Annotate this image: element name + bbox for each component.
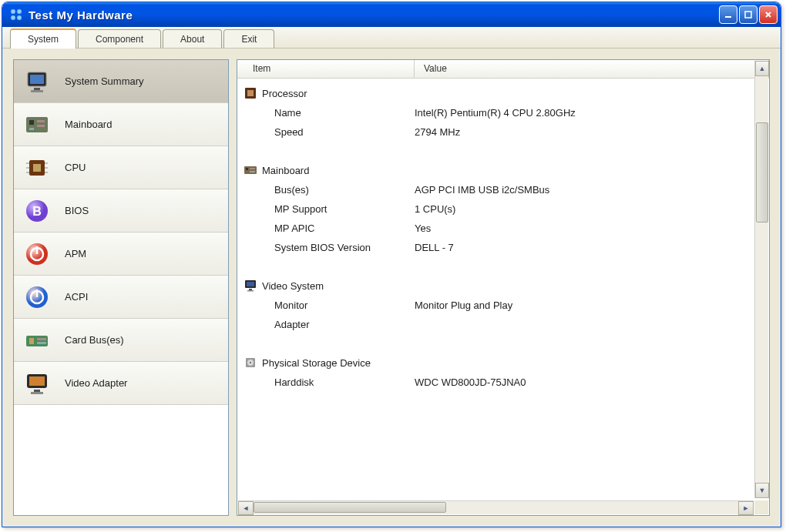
monitor-icon: [23, 68, 51, 95]
sidebar-system-summary[interactable]: System Summary: [14, 60, 228, 103]
svg-rect-16: [33, 164, 41, 172]
details-body[interactable]: ProcessorNameIntel(R) Pentium(R) 4 CPU 2…: [237, 79, 769, 515]
svg-rect-43: [250, 168, 255, 169]
section-title: Mainboard: [262, 165, 309, 176]
vertical-scrollbar[interactable]: ▲ ▼: [754, 61, 768, 498]
sidebar-mainboard[interactable]: Mainboard: [14, 103, 228, 146]
svg-rect-42: [246, 168, 248, 170]
detail-row[interactable]: NameIntel(R) Pentium(R) 4 CPU 2.80GHz: [237, 103, 754, 122]
section-header[interactable]: Video System: [237, 274, 754, 296]
tab-label: About: [180, 34, 204, 45]
sidebar-acpi[interactable]: ACPI: [14, 276, 228, 319]
tab-system[interactable]: System: [10, 28, 76, 49]
tab-component[interactable]: Component: [78, 29, 161, 48]
svg-rect-32: [29, 338, 34, 344]
tab-about[interactable]: About: [163, 29, 222, 48]
detail-value: WDC WD800JD-75JNA0: [415, 376, 754, 388]
section-header[interactable]: Processor: [237, 82, 754, 103]
maximize-button[interactable]: [739, 5, 757, 24]
svg-rect-8: [34, 88, 40, 90]
sidebar[interactable]: System SummaryMainboardCPUBBIOSAPMACPICa…: [13, 59, 229, 516]
card-icon: [23, 326, 51, 354]
svg-text:B: B: [32, 205, 42, 218]
detail-row[interactable]: MP APICYes: [237, 219, 754, 238]
detail-label: Harddisk: [237, 376, 415, 388]
minimize-button[interactable]: [719, 5, 737, 24]
scroll-up-button[interactable]: ▲: [755, 61, 769, 76]
svg-rect-33: [37, 338, 46, 340]
detail-label: Bus(es): [237, 184, 415, 196]
sidebar-item-label: CPU: [65, 162, 86, 173]
detail-row[interactable]: MonitorMonitor Plug and Play: [237, 296, 754, 315]
board-icon: [23, 111, 51, 139]
svg-rect-9: [31, 90, 43, 92]
scroll-thumb-horizontal[interactable]: [254, 502, 446, 513]
sidebar-item-label: BIOS: [65, 205, 89, 216]
svg-rect-47: [249, 289, 252, 290]
detail-row[interactable]: Adapter: [237, 315, 754, 334]
detail-value: Yes: [415, 223, 754, 234]
sidebar-bios[interactable]: BBIOS: [14, 189, 228, 233]
cpu-icon: [23, 154, 51, 182]
sidebar-video-adapter[interactable]: Video Adapter: [14, 362, 228, 405]
column-header-value[interactable]: Value: [415, 60, 769, 78]
section-title: Video System: [262, 280, 324, 292]
detail-row[interactable]: HarddiskWDC WD800JD-75JNA0: [237, 373, 754, 392]
svg-rect-12: [37, 120, 45, 122]
svg-rect-44: [250, 171, 255, 172]
detail-label: MP Support: [237, 203, 415, 215]
svg-rect-34: [37, 342, 46, 344]
hdd-icon: [244, 356, 257, 370]
detail-value: DELL - 7: [415, 242, 754, 253]
sidebar-apm[interactable]: APM: [14, 233, 228, 276]
sidebar-cpu[interactable]: CPU: [14, 146, 228, 189]
svg-rect-7: [30, 75, 44, 84]
svg-point-2: [11, 15, 15, 20]
svg-rect-46: [247, 282, 254, 286]
titlebar[interactable]: Test My Hardware: [2, 2, 781, 27]
detail-value: Intel(R) Pentium(R) 4 CPU 2.80GHz: [415, 107, 754, 119]
detail-row[interactable]: Bus(es)AGP PCI IMB USB i2c/SMBus: [237, 180, 754, 199]
scroll-left-button[interactable]: ◄: [238, 501, 254, 515]
sidebar-item-label: APM: [65, 248, 86, 259]
scroll-thumb-vertical[interactable]: [756, 122, 768, 223]
svg-point-3: [17, 15, 22, 20]
detail-row[interactable]: Speed2794 MHz: [237, 122, 754, 142]
sidebar-item-label: Mainboard: [65, 119, 112, 130]
detail-row[interactable]: MP Support1 CPU(s): [237, 199, 754, 219]
detail-label: Speed: [237, 126, 415, 138]
tab-label: Component: [96, 34, 143, 45]
section-header[interactable]: Physical Storage Device: [237, 351, 754, 373]
details-panel: Item Value ProcessorNameIntel(R) Pentium…: [237, 59, 770, 516]
svg-rect-40: [247, 90, 254, 96]
sidebar-cardbus[interactable]: Card Bus(es): [14, 319, 228, 362]
detail-row[interactable]: System BIOS VersionDELL - 7: [237, 238, 754, 257]
section-title: Physical Storage Device: [262, 357, 371, 369]
svg-rect-38: [31, 392, 43, 394]
detail-label: System BIOS Version: [237, 242, 415, 253]
detail-value: Monitor Plug and Play: [415, 299, 754, 311]
details-header: Item Value: [237, 60, 769, 79]
sidebar-item-label: ACPI: [65, 291, 88, 303]
svg-rect-48: [247, 290, 254, 292]
svg-rect-4: [725, 16, 731, 18]
tab-exit[interactable]: Exit: [223, 29, 274, 48]
scroll-right-button[interactable]: ►: [738, 501, 754, 515]
tab-label: System: [28, 34, 59, 45]
sphere-icon: B: [23, 197, 51, 225]
detail-label: Monitor: [237, 299, 415, 311]
scrollbar-corner: [754, 500, 768, 514]
svg-rect-14: [29, 128, 34, 130]
svg-rect-5: [745, 12, 751, 18]
scroll-down-button[interactable]: ▼: [755, 483, 769, 498]
detail-label: Adapter: [237, 319, 415, 330]
app-window: Test My Hardware SystemComponentAboutExi…: [2, 2, 781, 527]
titlebar-text: Test My Hardware: [29, 8, 719, 22]
section-header[interactable]: Mainboard: [237, 159, 754, 180]
detail-value: AGP PCI IMB USB i2c/SMBus: [415, 184, 754, 196]
close-button[interactable]: [759, 5, 778, 24]
svg-point-51: [250, 362, 251, 363]
horizontal-scrollbar[interactable]: ◄ ►: [238, 500, 754, 514]
column-header-item[interactable]: Item: [237, 60, 415, 78]
motherboard-icon: [244, 163, 257, 177]
